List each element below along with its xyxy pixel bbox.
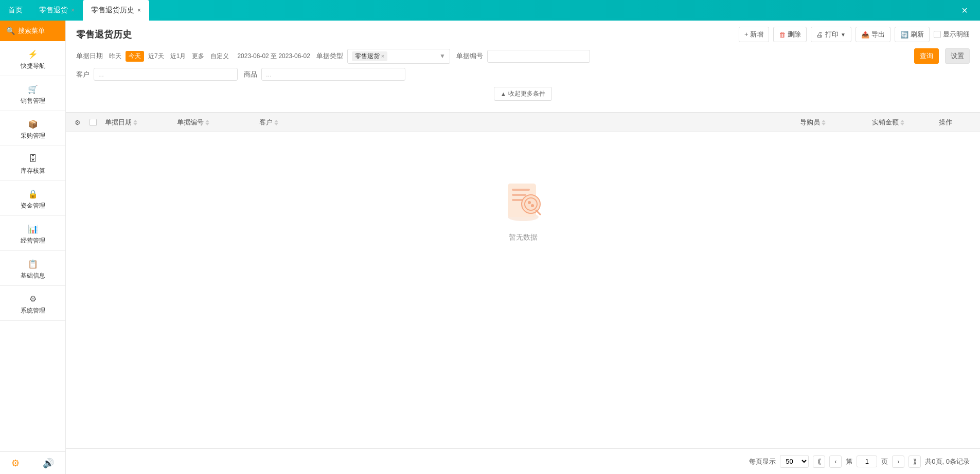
th-date[interactable]: 单据日期 (101, 118, 173, 127)
empty-state: 暂无数据 (66, 132, 980, 283)
amount-sort-up (900, 120, 904, 122)
sidebar-item-system-mgmt[interactable]: ⚙ 系统管理 (0, 286, 65, 321)
voucher-num-filter: 单据编号 (456, 50, 590, 63)
window-close-button[interactable]: × (957, 5, 972, 16)
per-page-select[interactable]: 50 20 100 (780, 455, 809, 468)
prev-page-button[interactable]: ‹ (829, 455, 842, 468)
show-detail-label: 显示明细 (943, 30, 970, 39)
date-opt-7days[interactable]: 近7天 (146, 51, 166, 62)
print-dropdown-icon: ▼ (841, 32, 846, 38)
delete-label: 删除 (788, 30, 801, 39)
goods-filter: 商品 ... (244, 68, 405, 81)
query-button[interactable]: 查询 (914, 48, 939, 64)
new-button[interactable]: + 新增 (739, 27, 769, 42)
date-options: 昨天 今天 近7天 近1月 更多 自定义 (107, 51, 231, 62)
sidebar-item-quick-nav-label: 快捷导航 (21, 62, 45, 70)
current-page-input[interactable] (857, 455, 877, 467)
sidebar-item-inventory-label: 库存核算 (21, 167, 45, 175)
content-area: 零售退货历史 + 新增 🗑 删除 🖨 打印 ▼ 📤 (66, 21, 980, 474)
sidebar-item-quick-nav[interactable]: ⚡ 快捷导航 (0, 41, 65, 76)
collapse-filter-button[interactable]: ▲ 收起更多条件 (494, 87, 553, 101)
sidebar-item-purchase-label: 采购管理 (21, 132, 45, 140)
customer-select[interactable]: ... (94, 68, 238, 81)
search-icon: 🔍 (6, 27, 15, 35)
sidebar-search[interactable]: 🔍 搜索菜单 (0, 21, 65, 41)
filter-row-1: 单据日期 昨天 今天 近7天 近1月 更多 自定义 2023-06-02 至 2… (76, 48, 970, 64)
sidebar-item-sales-label: 销售管理 (21, 97, 45, 105)
voucher-type-select[interactable]: 零售退货 × ▼ (347, 49, 450, 64)
th-number[interactable]: 单据编号 (173, 118, 255, 127)
sidebar-item-inventory[interactable]: 🗄 库存核算 (0, 146, 65, 181)
sidebar-item-operations[interactable]: 📊 经营管理 (0, 216, 65, 251)
tab-home[interactable]: 首页 (0, 0, 31, 21)
empty-text: 暂无数据 (509, 233, 538, 242)
sidebar: 🔍 搜索菜单 ⚡ 快捷导航 🛒 销售管理 📦 采购管理 🗄 库存核算 🔒 (0, 21, 66, 474)
tab-retail-return-history-close[interactable]: × (137, 7, 141, 14)
select-all-checkbox[interactable] (90, 119, 97, 126)
date-opt-yesterday[interactable]: 昨天 (107, 51, 123, 62)
sidebar-bottom: ⚙ 🔊 (0, 451, 65, 474)
number-sort-up (205, 120, 209, 122)
th-guide[interactable]: 导购员 (796, 118, 868, 127)
tab-retail-return[interactable]: 零售退货 × (31, 0, 83, 21)
voucher-num-input[interactable] (487, 50, 590, 63)
svg-point-9 (531, 204, 534, 207)
date-opt-more[interactable]: 更多 (190, 51, 206, 62)
th-settings[interactable]: ⚙ (70, 119, 85, 126)
basic-info-icon: 📋 (27, 258, 39, 269)
export-icon: 📤 (861, 31, 869, 39)
goods-label: 商品 (244, 70, 257, 79)
tab-retail-return-history[interactable]: 零售退货历史 × (83, 0, 149, 21)
voucher-type-tag: 零售退货 × (352, 51, 387, 61)
tab-retail-return-close[interactable]: × (71, 7, 75, 14)
per-page-label: 每页显示 (749, 457, 776, 466)
sidebar-item-operations-label: 经营管理 (21, 236, 45, 245)
refresh-button[interactable]: 🔄 刷新 (895, 27, 930, 42)
export-button[interactable]: 📤 导出 (856, 27, 890, 42)
date-sort-down (133, 123, 137, 125)
last-page-button[interactable]: ⟫ (908, 455, 921, 468)
collapse-label: 收起更多条件 (508, 89, 545, 98)
number-sort-down (205, 123, 209, 125)
print-icon: 🖨 (816, 31, 823, 39)
date-opt-custom[interactable]: 自定义 (208, 51, 231, 62)
sidebar-item-purchase-mgmt[interactable]: 📦 采购管理 (0, 111, 65, 146)
table-wrap: ⚙ 单据日期 单据编号 (66, 113, 980, 283)
svg-point-8 (528, 201, 531, 204)
th-amount-label: 实销金额 (872, 118, 899, 127)
settings-bottom-icon[interactable]: ⚙ (11, 458, 20, 469)
settings-button[interactable]: 设置 (945, 48, 970, 64)
print-button[interactable]: 🖨 打印 ▼ (811, 27, 851, 42)
svg-rect-3 (512, 194, 526, 196)
main-layout: 🔍 搜索菜单 ⚡ 快捷导航 🛒 销售管理 📦 采购管理 🗄 库存核算 🔒 (0, 21, 980, 474)
th-amount[interactable]: 实销金额 (868, 118, 935, 127)
sidebar-item-sales-mgmt[interactable]: 🛒 销售管理 (0, 76, 65, 111)
show-detail-checkbox[interactable]: 显示明细 (934, 30, 970, 39)
th-customer[interactable]: 客户 (255, 118, 796, 127)
goods-select[interactable]: ... (261, 68, 405, 81)
first-page-button[interactable]: ⟪ (813, 455, 825, 468)
goods-placeholder: ... (266, 70, 272, 78)
date-opt-today[interactable]: 今天 (126, 51, 144, 62)
th-number-label: 单据编号 (177, 118, 204, 127)
voucher-num-label: 单据编号 (456, 51, 483, 61)
next-page-button[interactable]: › (892, 455, 904, 468)
svg-line-7 (536, 210, 540, 214)
delete-icon: 🗑 (779, 31, 786, 39)
customer-filter: 客户 ... (76, 68, 238, 81)
th-checkbox[interactable] (85, 119, 101, 126)
date-opt-1month[interactable]: 近1月 (168, 51, 188, 62)
speaker-icon[interactable]: 🔊 (43, 458, 54, 469)
th-date-label: 单据日期 (105, 118, 132, 127)
voucher-type-tag-remove[interactable]: × (381, 53, 384, 59)
sidebar-items: ⚡ 快捷导航 🛒 销售管理 📦 采购管理 🗄 库存核算 🔒 资金管理 📊 (0, 41, 65, 451)
new-label: + 新增 (744, 30, 763, 39)
tab-home-label: 首页 (8, 6, 23, 15)
customer-label: 客户 (76, 70, 90, 79)
empty-icon (497, 173, 549, 225)
delete-button[interactable]: 🗑 删除 (773, 27, 807, 42)
sidebar-item-basic-info[interactable]: 📋 基础信息 (0, 251, 65, 286)
date-range-value: 2023-06-02 至 2023-06-02 (237, 52, 310, 61)
checkbox-box (934, 31, 941, 38)
sidebar-item-finance[interactable]: 🔒 资金管理 (0, 181, 65, 216)
